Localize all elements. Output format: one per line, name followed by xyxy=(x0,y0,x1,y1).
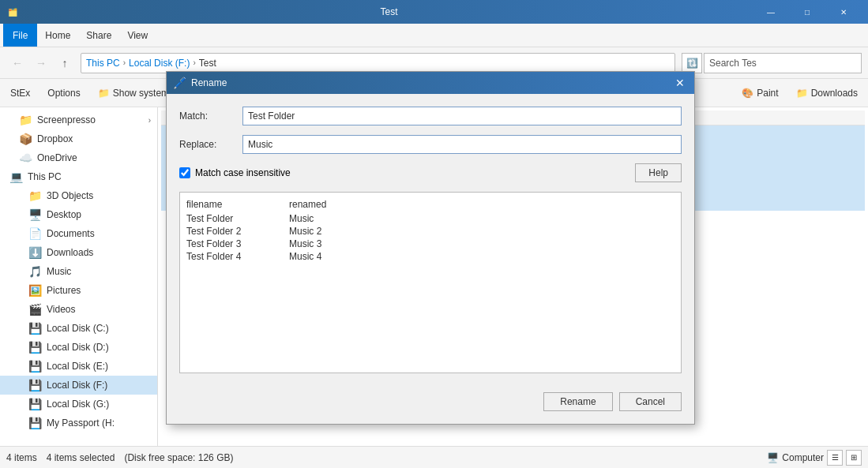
dialog-body: Match: Replace: Match case insensitive H… xyxy=(167,94,694,386)
sidebar-item-f[interactable]: 💾 Local Disk (F:) xyxy=(0,376,157,395)
sidebar-item-d[interactable]: 💾 Local Disk (D:) xyxy=(0,338,157,357)
maximize-button[interactable]: □ xyxy=(789,0,825,24)
sidebar-item-h[interactable]: 💾 My Passport (H: xyxy=(0,414,157,432)
menu-view[interactable]: View xyxy=(119,27,156,44)
preview-row: Test Folder 3 Music 3 xyxy=(186,238,674,249)
downloads-button[interactable]: 📁 Downloads xyxy=(789,84,865,102)
sidebar-item-3dobjects[interactable]: 📁 3D Objects xyxy=(0,186,157,205)
diskf-icon: 💾 xyxy=(28,379,42,391)
search-box[interactable]: Search Tes xyxy=(704,53,862,73)
match-label: Match: xyxy=(179,110,242,122)
show-system-label: Show system xyxy=(113,88,169,99)
status-right: 🖥️ Computer ☰ ⊞ xyxy=(767,450,862,466)
rename-dialog: 🖊️ Rename ✕ Match: Replace: Match case i… xyxy=(166,71,695,425)
paint-icon: 🎨 xyxy=(742,88,753,99)
options-label: Options xyxy=(47,88,80,99)
bc-localdisk[interactable]: Local Disk (F:) xyxy=(129,58,190,69)
sidebar-item-desktop[interactable]: 🖥️ Desktop xyxy=(0,205,157,224)
downloads-icon: 📁 xyxy=(796,88,808,99)
screenpresso-icon: 📁 xyxy=(19,114,32,126)
dialog-title-icon: 🖊️ xyxy=(173,77,186,89)
menu-file[interactable]: File xyxy=(3,24,37,47)
thispc-icon: 💻 xyxy=(9,170,23,183)
sidebar-item-g[interactable]: 💾 Local Disk (G:) xyxy=(0,395,157,414)
sidebar-item-thispc[interactable]: 💻 This PC xyxy=(0,167,157,186)
rename-button[interactable]: Rename xyxy=(543,392,612,411)
window-controls: — □ ✕ xyxy=(753,0,862,24)
address-bar[interactable]: This PC › Local Disk (F:) › Test xyxy=(81,53,675,73)
diskd-icon: 💾 xyxy=(28,341,42,354)
sidebar-expand-arrow: › xyxy=(148,116,151,125)
checkbox-row: Match case insensitive Help xyxy=(179,163,682,182)
match-row: Match: xyxy=(179,107,682,125)
sidebar-item-e-label: Local Disk (E:) xyxy=(47,361,108,372)
sidebar-item-3dobjects-label: 3D Objects xyxy=(47,190,93,201)
sidebar-item-pictures-label: Pictures xyxy=(47,285,81,296)
menu-home[interactable]: Home xyxy=(37,27,78,44)
computer-label: Computer xyxy=(782,452,824,463)
menu-bar: File Home Share View xyxy=(0,24,868,47)
downloads-icon: ⬇️ xyxy=(28,246,42,259)
paint-label: Paint xyxy=(757,88,778,99)
sidebar-item-music[interactable]: 🎵 Music xyxy=(0,262,157,281)
sidebar-item-screenpresso-label: Screenpresso xyxy=(37,114,96,125)
sidebar: 📁 Screenpresso › 📦 Dropbox ☁️ OneDrive 💻… xyxy=(0,107,158,446)
sidebar-item-videos[interactable]: 🎬 Videos xyxy=(0,300,157,319)
sidebar-item-downloads[interactable]: ⬇️ Downloads xyxy=(0,243,157,262)
app-icon: 🗂️ xyxy=(6,6,19,18)
documents-icon: 📄 xyxy=(28,227,42,240)
sidebar-item-pictures[interactable]: 🖼️ Pictures xyxy=(0,281,157,300)
cancel-button[interactable]: Cancel xyxy=(619,392,682,411)
status-items: 4 items xyxy=(6,452,37,463)
sidebar-item-documents-label: Documents xyxy=(47,228,95,239)
sidebar-item-screenpresso[interactable]: 📁 Screenpresso › xyxy=(0,110,157,129)
sidebar-item-dropbox-label: Dropbox xyxy=(37,133,73,144)
bc-thispc[interactable]: This PC xyxy=(86,58,120,69)
menu-share[interactable]: Share xyxy=(78,27,119,44)
diskc-icon: 💾 xyxy=(28,322,42,335)
sidebar-item-c[interactable]: 💾 Local Disk (C:) xyxy=(0,319,157,338)
status-bar: 4 items 4 items selected (Disk free spac… xyxy=(0,446,868,468)
help-button[interactable]: Help xyxy=(635,163,682,182)
onedrive-icon: ☁️ xyxy=(19,152,32,164)
stex-button[interactable]: StEx xyxy=(3,84,37,102)
sidebar-item-d-label: Local Disk (D:) xyxy=(47,342,109,353)
minimize-button[interactable]: — xyxy=(753,0,789,24)
up-button[interactable]: ↑ xyxy=(54,52,76,74)
show-system-button[interactable]: 📁 Show system xyxy=(91,84,176,102)
paint-button[interactable]: 🎨 Paint xyxy=(735,84,785,102)
bc-arrow2: › xyxy=(193,58,195,67)
sidebar-item-c-label: Local Disk (C:) xyxy=(47,323,109,334)
list-view-button[interactable]: ☰ xyxy=(827,450,843,466)
sidebar-item-music-label: Music xyxy=(47,266,71,277)
forward-button[interactable]: → xyxy=(30,52,52,74)
sidebar-item-onedrive[interactable]: ☁️ OneDrive xyxy=(0,148,157,167)
preview-col-renamed: renamed xyxy=(289,199,674,210)
replace-row: Replace: xyxy=(179,135,682,154)
preview-renamed-3: Music 3 xyxy=(289,238,674,249)
back-button[interactable]: ← xyxy=(6,52,28,74)
bc-test: Test xyxy=(199,58,216,69)
case-insensitive-checkbox[interactable] xyxy=(179,167,190,178)
music-icon: 🎵 xyxy=(28,265,42,278)
sidebar-item-onedrive-label: OneDrive xyxy=(37,152,77,163)
videos-icon: 🎬 xyxy=(28,303,42,316)
dialog-resize-handle[interactable] xyxy=(685,414,694,424)
close-button[interactable]: ✕ xyxy=(825,0,862,24)
refresh-button[interactable]: 🔃 xyxy=(682,53,702,73)
breadcrumb: This PC › Local Disk (F:) › Test xyxy=(86,58,216,69)
grid-view-button[interactable]: ⊞ xyxy=(846,450,862,466)
options-button[interactable]: Options xyxy=(40,84,87,102)
dialog-close-button[interactable]: ✕ xyxy=(672,75,688,91)
match-input[interactable] xyxy=(242,107,682,125)
preview-original-3: Test Folder 3 xyxy=(186,238,289,249)
window-title: Test xyxy=(25,6,753,17)
preview-original-2: Test Folder 2 xyxy=(186,226,289,237)
sidebar-item-dropbox[interactable]: 📦 Dropbox xyxy=(0,129,157,148)
sidebar-item-e[interactable]: 💾 Local Disk (E:) xyxy=(0,357,157,376)
replace-input[interactable] xyxy=(242,135,682,154)
dialog-titlebar: 🖊️ Rename ✕ xyxy=(167,72,694,94)
sidebar-item-documents[interactable]: 📄 Documents xyxy=(0,224,157,243)
stex-label: StEx xyxy=(10,88,30,99)
preview-col-filename: filename xyxy=(186,199,289,210)
